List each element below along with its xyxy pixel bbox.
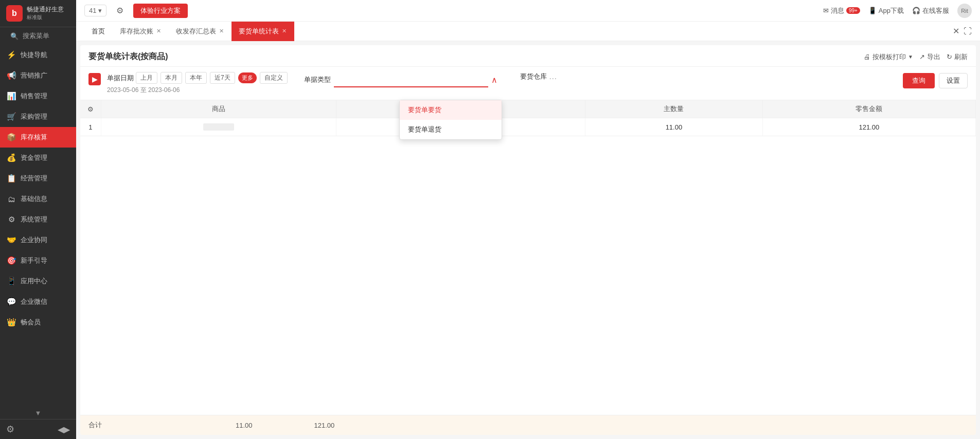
tab-receive-summary[interactable]: 收发存汇总表✕: [169, 22, 231, 41]
filter-settings-button[interactable]: 设置: [939, 73, 968, 88]
footer-label: 合计: [88, 420, 102, 430]
filter-expand-button[interactable]: ▶: [88, 73, 101, 85]
sidebar-item-wechat[interactable]: 💬 企业微信: [0, 291, 76, 312]
last-7days-btn[interactable]: 近7天: [210, 72, 235, 84]
app-download-action[interactable]: 📱 App下载: [868, 6, 904, 15]
appstore-icon: 📱: [6, 276, 16, 286]
search-menu[interactable]: 🔍 搜索菜单: [0, 27, 76, 45]
sidebar-item-basic[interactable]: 🗂 基础信息: [0, 189, 76, 209]
sidebar-item-inventory[interactable]: 📦 库存核算: [0, 127, 76, 148]
enterprise-icon: 🤝: [6, 235, 16, 245]
sidebar-item-quick-nav[interactable]: ⚡ 快捷导航: [0, 45, 76, 65]
row-amount[interactable]: 121.00: [762, 118, 975, 136]
sidebar-item-finance[interactable]: 💰 资金管理: [0, 148, 76, 168]
collapse-icon[interactable]: ◀▶: [58, 425, 70, 434]
last-month-btn[interactable]: 上月: [136, 72, 157, 84]
column-settings-icon[interactable]: ⚙: [87, 105, 94, 113]
custom-date-btn[interactable]: 自定义: [260, 72, 288, 84]
tab-label-receive-summary: 收发存汇总表: [176, 27, 216, 36]
top-header-right: ✉ 消息 99+ 📱 App下载 🎧 在线客服 Rit: [823, 4, 972, 18]
table-row: 1 块 11.00 121.00: [80, 118, 976, 136]
sidebar-nav: ⚡ 快捷导航 📢 营销推广 📊 销售管理 🛒 采购管理 📦 库存核算 💰 资金管…: [0, 45, 76, 407]
this-month-btn[interactable]: 本月: [161, 72, 182, 84]
print-icon: 🖨: [864, 53, 870, 61]
sidebar-item-enterprise[interactable]: 🤝 企业协同: [0, 230, 76, 250]
system-icon: ⚙: [6, 214, 16, 225]
date-quick-btns: 上月 本月 本年 近7天 更多 自定义: [136, 72, 288, 84]
tab-close-order-stats[interactable]: ✕: [282, 28, 287, 34]
page-title: 要货单统计表(按商品): [88, 51, 168, 62]
type-input[interactable]: [334, 72, 488, 87]
tab-maximize-button[interactable]: ⛶: [964, 27, 972, 36]
row-quantity[interactable]: 11.00: [585, 118, 762, 136]
enterprise-label: 企业协同: [21, 235, 47, 245]
topbar-gear-button[interactable]: ⚙: [113, 4, 127, 18]
purchase-label: 采购管理: [21, 112, 47, 121]
marketing-label: 营销推广: [21, 71, 47, 80]
sidebar-item-system[interactable]: ⚙ 系统管理: [0, 209, 76, 230]
quick-nav-icon: ⚡: [6, 50, 16, 60]
tab-home[interactable]: 首页: [84, 22, 113, 41]
type-label: 单据类型: [304, 75, 331, 84]
warehouse-label: 要货仓库: [520, 72, 547, 81]
sidebar-item-operations[interactable]: 📋 经营管理: [0, 168, 76, 189]
settings-icon[interactable]: ⚙: [6, 424, 14, 435]
online-service-action[interactable]: 🎧 在线客服: [912, 6, 949, 15]
basic-label: 基础信息: [21, 194, 47, 204]
query-button[interactable]: 查询: [903, 73, 935, 88]
row-index: 1: [80, 118, 101, 136]
sales-label: 销售管理: [21, 92, 47, 101]
sidebar-item-purchase[interactable]: 🛒 采购管理: [0, 106, 76, 127]
member-icon: 👑: [6, 317, 16, 327]
dropdown-item-incoming[interactable]: 要货单要货: [400, 100, 502, 120]
dropdown-item-return[interactable]: 要货单退货: [400, 120, 502, 139]
purchase-icon: 🛒: [6, 112, 16, 122]
print-template-button[interactable]: 🖨 按模板打印 ▼: [864, 52, 913, 62]
sidebar-item-sales[interactable]: 📊 销售管理: [0, 86, 76, 106]
sidebar-item-marketing[interactable]: 📢 营销推广: [0, 65, 76, 86]
inventory-icon: 📦: [6, 132, 16, 142]
sidebar-bottom: ⚙ ◀▶: [0, 419, 76, 439]
sidebar-item-guide[interactable]: 🎯 新手引导: [0, 250, 76, 271]
store-selector[interactable]: 41 ▾: [84, 5, 106, 16]
export-button[interactable]: ↗ 导出: [919, 52, 940, 62]
guide-label: 新手引导: [21, 256, 47, 265]
dropdown-arrow-icon: ▾: [98, 7, 102, 14]
type-dropdown: 要货单要货 要货单退货: [399, 100, 502, 140]
col-settings[interactable]: ⚙: [80, 100, 101, 118]
more-date-btn[interactable]: 更多: [238, 72, 257, 83]
sidebar-item-appstore[interactable]: 📱 应用中心: [0, 271, 76, 291]
app-name: 畅捷通好生意: [27, 6, 64, 14]
tab-bar: 首页库存批次账✕收发存汇总表✕要货单统计表✕ ✕ ⛶: [76, 22, 980, 41]
sidebar-item-member[interactable]: 👑 畅会员: [0, 312, 76, 333]
messages-action[interactable]: ✉ 消息 99+: [823, 6, 860, 15]
table-container: ⚙ 商品 主计量单位 主数量 零售金额 1 块 1: [80, 100, 976, 415]
store-name: 41: [89, 7, 96, 14]
date-label: 单据日期: [107, 74, 134, 83]
expand-icon: ▼: [908, 54, 913, 60]
mobile-icon: 📱: [868, 7, 877, 14]
refresh-button[interactable]: ↻ 刷新: [947, 52, 968, 62]
tab-close-receive-summary[interactable]: ✕: [219, 28, 224, 34]
quick-nav-label: 快捷导航: [21, 50, 47, 60]
sidebar: b 畅捷通好生意 标准版 🔍 搜索菜单 ⚡ 快捷导航 📢 营销推广 📊 销售管理…: [0, 0, 76, 439]
warehouse-more-icon[interactable]: …: [549, 72, 557, 81]
table-header-row: ⚙ 商品 主计量单位 主数量 零售金额: [80, 100, 976, 118]
this-year-btn[interactable]: 本年: [185, 72, 207, 84]
tab-inventory-batch[interactable]: 库存批次账✕: [113, 22, 169, 41]
page-actions: 🖨 按模板打印 ▼ ↗ 导出 ↻ 刷新: [864, 52, 968, 62]
tab-label-inventory-batch: 库存批次账: [120, 27, 153, 36]
sidebar-scroll-down[interactable]: ▼: [0, 407, 76, 419]
col-quantity: 主数量: [585, 100, 762, 118]
product-blurred: [203, 123, 234, 131]
type-collapse-icon[interactable]: ∧: [491, 75, 497, 85]
trial-button[interactable]: 体验行业方案: [133, 4, 188, 18]
sales-icon: 📊: [6, 91, 16, 101]
main-content: 41 ▾ ⚙ 体验行业方案 ✉ 消息 99+ 📱 App下载 🎧 在线客服 Ri…: [76, 0, 980, 439]
filter-bar: ▶ 单据日期 上月 本月 本年 近7天 更多 自定义 2023-05-06 至 …: [80, 67, 976, 100]
tab-close-inventory-batch[interactable]: ✕: [156, 28, 161, 34]
tab-order-stats[interactable]: 要货单统计表✕: [231, 22, 294, 41]
user-avatar[interactable]: Rit: [957, 4, 972, 18]
guide-icon: 🎯: [6, 255, 16, 266]
tab-close-all-button[interactable]: ✕: [953, 26, 959, 36]
